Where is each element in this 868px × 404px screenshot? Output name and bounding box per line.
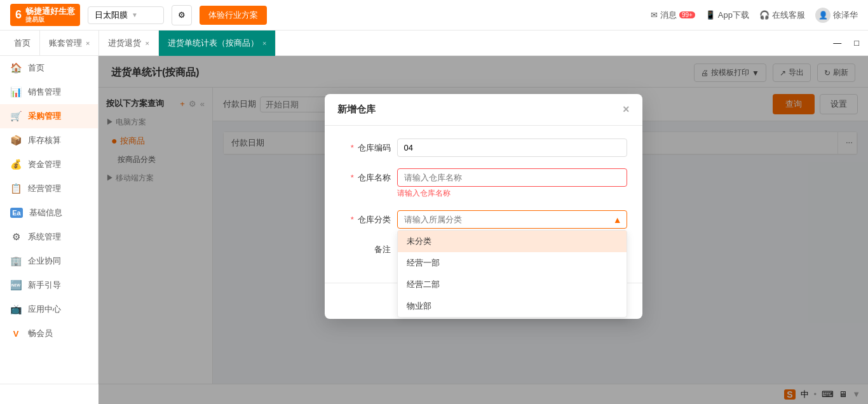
home-icon: 🏠 <box>10 62 22 74</box>
tab-account-label: 账套管理 <box>49 37 82 49</box>
name-field: 请输入仓库名称 <box>397 168 627 199</box>
top-header: 6 畅捷通好生意 捷易版 日太阳膜 ▼ ⚙ 体验行业方案 ✉ 消息 99+ 📱 … <box>0 0 868 30</box>
basic-icon: Ea <box>10 208 23 218</box>
logo: 6 畅捷通好生意 捷易版 <box>10 4 80 27</box>
sidebar-operations-label: 经营管理 <box>28 183 61 194</box>
enterprise-icon: 🏢 <box>10 255 22 267</box>
sidebar-item-sales[interactable]: 📊 销售管理 <box>0 80 98 104</box>
sidebar-guide-label: 新手引导 <box>28 279 61 291</box>
tab-purchase-stats[interactable]: 进货单统计表（按商品） × <box>159 30 276 56</box>
message-icon: ✉ <box>651 10 658 20</box>
sidebar-item-member[interactable]: V 畅会员 <box>0 321 98 346</box>
member-icon: V <box>10 328 22 339</box>
sidebar-item-app-center[interactable]: 📺 应用中心 <box>0 297 98 321</box>
store-name: 日太阳膜 <box>95 10 128 21</box>
sidebar-item-inventory[interactable]: 📦 库存核算 <box>0 128 98 152</box>
tab-purchase-return[interactable]: 进货退货 × <box>99 30 158 56</box>
required-star-category: * <box>351 215 354 224</box>
operations-icon: 📋 <box>10 183 22 194</box>
sidebar-member-label: 畅会员 <box>28 328 53 339</box>
minimize-icon[interactable]: — <box>829 38 845 48</box>
tab-account-close[interactable]: × <box>86 39 90 47</box>
message-button[interactable]: ✉ 消息 99+ <box>651 10 695 21</box>
sidebar-app-center-label: 应用中心 <box>28 304 61 315</box>
category-field: ▲ 未分类 经营一部 经营二部 物业部 <box>397 210 627 229</box>
phone-icon: 📱 <box>705 10 715 20</box>
modal-overlay: 新增仓库 × * 仓库编码 <box>98 56 868 404</box>
tab-home[interactable]: 首页 <box>5 30 40 56</box>
online-service-button[interactable]: 🎧 在线客服 <box>759 10 805 21</box>
modal-close-button[interactable]: × <box>623 103 630 116</box>
modal-body: * 仓库编码 * 仓库名称 <box>325 126 642 283</box>
sidebar-item-guide[interactable]: 🆕 新手引导 <box>0 273 98 297</box>
finance-icon: 💰 <box>10 159 22 170</box>
main-layout: 🏠 首页 📊 销售管理 🛒 采购管理 📦 库存核算 💰 资金管理 📋 经营管理 … <box>0 56 868 404</box>
category-label: * 仓库分类 <box>340 210 391 226</box>
sidebar-item-purchase[interactable]: 🛒 采购管理 <box>0 104 98 128</box>
required-star: * <box>351 143 354 152</box>
sidebar-home-label: 首页 <box>28 62 44 74</box>
sidebar-system-label: 系统管理 <box>28 231 61 243</box>
user-avatar: 👤 <box>815 8 831 23</box>
system-icon: ⚙ <box>10 231 22 243</box>
category-input-wrap: ▲ <box>397 210 627 229</box>
code-input[interactable] <box>397 138 627 157</box>
tab-window-controls: — □ <box>829 38 863 48</box>
app-center-icon: 📺 <box>10 304 22 315</box>
sidebar-item-home[interactable]: 🏠 首页 <box>0 56 98 80</box>
sidebar-enterprise-label: 企业协同 <box>28 255 61 267</box>
sidebar-item-basic[interactable]: Ea 基础信息 <box>0 201 98 225</box>
sidebar: 🏠 首页 📊 销售管理 🛒 采购管理 📦 库存核算 💰 资金管理 📋 经营管理 … <box>0 56 98 404</box>
dropdown-arrow-icon[interactable]: ▲ <box>613 215 622 225</box>
logo-sub: 捷易版 <box>25 16 75 24</box>
dropdown-item-dept2[interactable]: 经营二部 <box>398 274 627 295</box>
trial-button[interactable]: 体验行业方案 <box>200 6 267 25</box>
sidebar-item-system[interactable]: ⚙ 系统管理 <box>0 225 98 249</box>
sidebar-item-operations[interactable]: 📋 经营管理 <box>0 177 98 201</box>
sidebar-inventory-label: 库存核算 <box>28 135 61 146</box>
message-label: 消息 <box>660 10 677 21</box>
form-row-category: * 仓库分类 ▲ 未分类 经营一部 经 <box>340 210 627 229</box>
sales-icon: 📊 <box>10 86 22 98</box>
tab-bar: 首页 账套管理 × 进货退货 × 进货单统计表（按商品） × — □ <box>0 30 868 56</box>
modal-title: 新增仓库 <box>337 104 376 116</box>
gear-icon: ⚙ <box>178 10 186 20</box>
maximize-icon[interactable]: □ <box>850 38 863 48</box>
logo-name: 畅捷通好生意 <box>25 6 75 17</box>
store-selector[interactable]: 日太阳膜 ▼ <box>88 6 164 24</box>
app-download-button[interactable]: 📱 App下载 <box>705 10 749 21</box>
notes-label: 备注 <box>340 240 391 255</box>
sidebar-item-finance[interactable]: 💰 资金管理 <box>0 152 98 177</box>
inventory-icon: 📦 <box>10 135 22 146</box>
tab-purchase-return-close[interactable]: × <box>145 39 149 47</box>
dropdown-item-dept1[interactable]: 经营一部 <box>398 252 627 274</box>
category-input[interactable] <box>397 210 627 229</box>
dropdown-item-none[interactable]: 未分类 <box>398 231 627 252</box>
tab-home-label: 首页 <box>14 37 31 49</box>
dropdown-item-property[interactable]: 物业部 <box>398 295 627 317</box>
name-label: * 仓库名称 <box>340 168 391 184</box>
message-badge: 99+ <box>679 11 695 18</box>
tab-purchase-stats-close[interactable]: × <box>262 39 266 47</box>
tab-purchase-stats-label: 进货单统计表（按商品） <box>168 37 259 49</box>
modal-header: 新增仓库 × <box>325 94 642 126</box>
name-error-message: 请输入仓库名称 <box>397 188 627 199</box>
app-download-label: App下载 <box>718 10 749 21</box>
gear-button[interactable]: ⚙ <box>172 5 192 25</box>
username-label: 徐泽华 <box>833 10 858 21</box>
main-content: 进货单统计(按商品) 🖨 按模板打印 ▼ ↗ 导出 ↻ 刷新 <box>98 56 868 404</box>
new-warehouse-modal: 新增仓库 × * 仓库编码 <box>325 94 642 319</box>
online-service-label: 在线客服 <box>772 10 805 21</box>
sidebar-basic-label: 基础信息 <box>29 207 62 219</box>
sidebar-item-enterprise[interactable]: 🏢 企业协同 <box>0 249 98 273</box>
tab-purchase-return-label: 进货退货 <box>108 37 141 49</box>
name-input[interactable] <box>397 168 627 187</box>
purchase-icon: 🛒 <box>10 111 22 122</box>
tab-account[interactable]: 账套管理 × <box>40 30 99 56</box>
required-star-name: * <box>351 173 354 182</box>
header-right: ✉ 消息 99+ 📱 App下载 🎧 在线客服 👤 徐泽华 <box>651 8 858 23</box>
user-menu[interactable]: 👤 徐泽华 <box>815 8 858 23</box>
sidebar-purchase-label: 采购管理 <box>28 111 61 122</box>
sidebar-sales-label: 销售管理 <box>28 86 61 98</box>
form-row-name: * 仓库名称 请输入仓库名称 <box>340 168 627 199</box>
